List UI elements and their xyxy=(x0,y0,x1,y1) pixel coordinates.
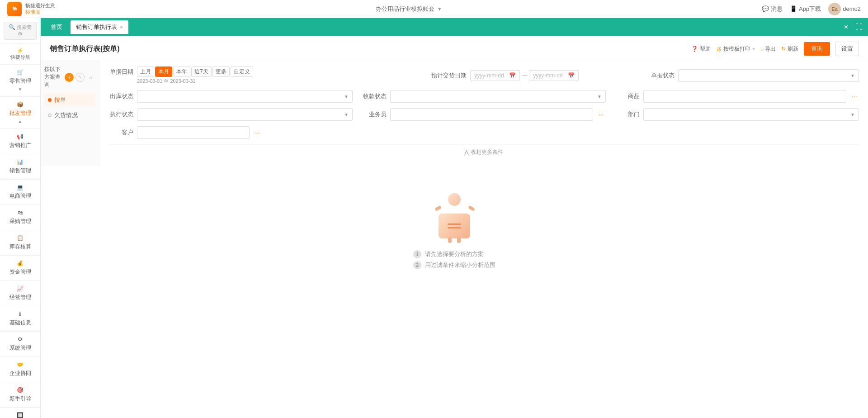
date-this-year-btn[interactable]: 本年 xyxy=(173,66,190,77)
edit-plan-btn[interactable]: ✎ xyxy=(75,73,85,82)
sidebar-item-system[interactable]: ⚙ 系统管理 xyxy=(0,332,40,357)
filter-row-3: 执行状态 ▼ 业务员 ··· 部门 xyxy=(108,108,859,121)
face-line1 xyxy=(448,223,461,225)
customer-group: 客户 ··· xyxy=(108,126,262,139)
export-btn[interactable]: ↓ 导出 xyxy=(760,45,776,53)
sidebar: 🔍 搜索菜单 ⚡ 快捷导航 🛒 零售管理 ▼ 📦 批发管理 ▲ 📢 营销推广 📊… xyxy=(0,18,41,418)
sidebar-item-guide[interactable]: 🎯 新手引导 xyxy=(0,382,40,408)
date-last-month-btn[interactable]: 上月 xyxy=(137,66,154,77)
sidebar-item-finance[interactable]: 💰 资金管理 xyxy=(0,256,40,281)
finance-icon: 💰 xyxy=(17,260,24,266)
receive-status-select[interactable]: ▼ xyxy=(390,90,606,103)
message-icon: 💬 xyxy=(762,5,769,12)
empty-box-body xyxy=(439,214,470,238)
help-icon: ❓ xyxy=(691,46,698,52)
help-btn[interactable]: ❓ 帮助 xyxy=(691,45,711,53)
exec-chevron: ▼ xyxy=(344,112,349,117)
sidebar-item-collab[interactable]: 🤝 企业协同 xyxy=(0,357,40,382)
quick-nav-label: 快捷导航 xyxy=(4,54,37,61)
left-leg xyxy=(448,238,452,243)
out-status-group: 出库状态 ▼ xyxy=(108,90,353,103)
sidebar-item-operations[interactable]: 📈 经营管理 xyxy=(0,281,40,306)
out-status-label: 出库状态 xyxy=(108,92,133,100)
search-button[interactable]: 查询 xyxy=(804,42,830,56)
print-btn[interactable]: 🖨 按模板打印 ▾ xyxy=(716,45,755,53)
customer-more-btn[interactable]: ··· xyxy=(253,129,262,136)
status-label: 单据状态 xyxy=(650,71,675,80)
basicinfo-icon: ℹ xyxy=(19,311,21,317)
sidebar-item-basicinfo[interactable]: ℹ 基础信息 xyxy=(0,306,40,332)
tab-maximize-btn[interactable]: ⛶ xyxy=(854,21,864,33)
app-title-area: 办公用品行业模拟账套 ▾ xyxy=(376,5,441,13)
page-header: 销售订单执行表(按单) ❓ 帮助 🖨 按模板打印 ▾ ↓ 导出 xyxy=(41,36,868,60)
date-7days-btn[interactable]: 近7天 xyxy=(191,66,212,77)
operations-icon: 📈 xyxy=(17,285,24,292)
receive-status-label: 收款状态 xyxy=(362,92,387,100)
quick-icon: ⚡ xyxy=(17,48,24,54)
plan-item-1[interactable]: 欠货情况 xyxy=(44,109,95,122)
date-custom-btn[interactable]: 自定义 xyxy=(231,66,253,77)
print-dropdown-icon[interactable]: ▾ xyxy=(752,46,755,52)
sidebar-item-marketing[interactable]: 📢 营销推广 xyxy=(0,129,40,154)
tab-minimize-btn[interactable]: × xyxy=(842,21,850,33)
customer-input[interactable] xyxy=(137,126,250,139)
salesperson-more-btn[interactable]: ··· xyxy=(597,111,606,118)
guide-icon: 🎯 xyxy=(17,387,24,393)
sidebar-item-appcenter[interactable]: 🔲 应用中心 xyxy=(0,408,40,418)
page-container: 销售订单执行表(按单) ❓ 帮助 🖨 按模板打印 ▾ ↓ 导出 xyxy=(41,36,868,418)
empty-tip-2: 2 用过滤条件来缩小分析范围 xyxy=(413,261,495,269)
out-chevron: ▼ xyxy=(344,94,349,99)
goods-more-btn[interactable]: ··· xyxy=(850,93,859,100)
date-label: 单据日期 xyxy=(108,68,133,76)
filter-form: 单据日期 上月 本月 本年 近7天 更多 自定义 2023 xyxy=(99,60,868,166)
sidebar-item-purchase[interactable]: 🛍 采购管理 xyxy=(0,205,40,230)
settings-button[interactable]: 设置 xyxy=(835,42,859,56)
status-select[interactable]: ▼ xyxy=(678,69,859,82)
collapse-bar[interactable]: ⋀ 收起更多条件 xyxy=(108,144,859,160)
wholesale-icon: 📦 xyxy=(17,101,24,108)
search-icon: 🔍 xyxy=(9,24,15,30)
date-this-month-btn[interactable]: 本月 xyxy=(155,66,172,77)
tab-bar: 首页 销售订单执行表 × × ⛶ xyxy=(41,18,868,36)
add-plan-btn[interactable]: + xyxy=(65,73,74,82)
tab-close-btn[interactable]: × xyxy=(120,24,123,30)
empty-legs xyxy=(448,238,461,243)
print-icon: 🖨 xyxy=(716,46,722,52)
plan-item-0[interactable]: 按单 xyxy=(44,93,95,107)
tab-active[interactable]: 销售订单执行表 × xyxy=(71,20,128,34)
filter-row-4: 客户 ··· xyxy=(108,126,859,139)
receive-status-group: 收款状态 ▼ xyxy=(362,90,606,103)
collapse-sidebar-btn[interactable]: « xyxy=(86,73,95,82)
out-status-select[interactable]: ▼ xyxy=(137,90,353,103)
sidebar-item-inventory[interactable]: 📋 库存核算 xyxy=(0,230,40,256)
logo-text: 畅捷通好生意 标准版 xyxy=(25,3,55,14)
date-more-btn[interactable]: 更多 xyxy=(212,66,230,77)
tab-home[interactable]: 首页 xyxy=(44,20,69,34)
search-menu-box[interactable]: 🔍 搜索菜单 xyxy=(4,22,37,40)
filter-row-1: 单据日期 上月 本月 本年 近7天 更多 自定义 2023 xyxy=(108,66,859,85)
sidebar-quick-nav[interactable]: ⚡ 快捷导航 xyxy=(0,44,40,65)
dept-select[interactable]: ▼ xyxy=(643,108,859,121)
date-from-placeholder: yyyy-mm-dd xyxy=(474,72,504,79)
face-line2 xyxy=(448,227,461,228)
collapse-icon: ⋀ xyxy=(464,149,469,156)
receive-chevron: ▼ xyxy=(597,94,602,99)
expected-date-to[interactable]: yyyy-mm-dd 📅 xyxy=(529,70,579,81)
goods-input[interactable] xyxy=(643,90,846,103)
main-content-empty: 1 请先选择要分析的方案 2 用过滤条件来缩小分析范围 xyxy=(41,166,868,296)
dropdown-icon[interactable]: ▾ xyxy=(438,5,441,12)
sidebar-item-ecommerce[interactable]: 💻 电商管理 xyxy=(0,180,40,205)
salesperson-input[interactable] xyxy=(390,108,593,121)
sidebar-item-retail[interactable]: 🛒 零售管理 ▼ xyxy=(0,65,40,97)
exec-status-label: 执行状态 xyxy=(108,110,133,119)
user-area[interactable]: Ea demo2 xyxy=(828,3,861,15)
refresh-btn[interactable]: ↻ 刷新 xyxy=(781,45,798,53)
app-download-btn[interactable]: 📱 App下载 xyxy=(790,5,821,13)
sidebar-item-wholesale[interactable]: 📦 批发管理 ▲ xyxy=(0,97,40,129)
sidebar-item-sales[interactable]: 📊 销售管理 xyxy=(0,154,40,180)
right-leg xyxy=(457,238,461,243)
exec-status-select[interactable]: ▼ xyxy=(137,108,353,121)
expected-date-from[interactable]: yyyy-mm-dd 📅 xyxy=(470,70,520,81)
message-btn[interactable]: 💬 消息 xyxy=(762,5,783,13)
empty-illustration xyxy=(429,193,479,243)
